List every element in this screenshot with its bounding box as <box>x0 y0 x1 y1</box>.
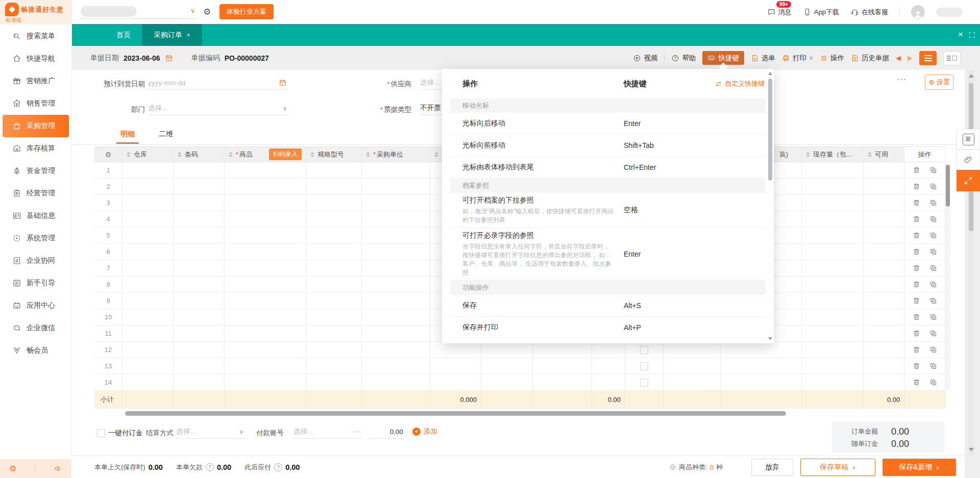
copy-add-row-icon[interactable] <box>929 346 937 354</box>
dept-select[interactable]: 选择... ∨ <box>148 102 288 115</box>
sidebar-item-13[interactable]: 应用中心 <box>0 294 71 317</box>
cell[interactable] <box>306 228 362 244</box>
delete-row-icon[interactable] <box>913 297 920 305</box>
cell[interactable] <box>122 293 174 309</box>
cell[interactable] <box>225 293 306 309</box>
video-button[interactable]: 视频 <box>633 54 657 63</box>
delete-row-icon[interactable] <box>913 232 920 239</box>
cell[interactable] <box>225 179 306 195</box>
cell[interactable] <box>362 211 430 228</box>
cell[interactable]: 4 <box>94 211 122 228</box>
copy-add-row-icon[interactable] <box>929 183 937 190</box>
cell[interactable] <box>625 342 664 358</box>
sidebar-item-5[interactable]: 采购管理 <box>3 115 69 137</box>
doc-date-value[interactable]: 2023-06-06 <box>124 54 160 62</box>
history-button[interactable]: 历史单据 <box>851 54 889 63</box>
avatar[interactable] <box>911 5 925 19</box>
cell[interactable] <box>802 374 864 391</box>
col-header-4[interactable]: *商品扫码录入 <box>225 147 306 162</box>
question-icon[interactable]: ? <box>274 463 282 471</box>
cell[interactable] <box>664 342 721 358</box>
sidebar-item-1[interactable]: 搜索菜单 <box>0 25 71 47</box>
attachment-button[interactable] <box>957 149 980 170</box>
cell[interactable] <box>864 342 904 358</box>
cell[interactable] <box>174 293 225 309</box>
copy-add-row-icon[interactable] <box>929 281 937 288</box>
delete-row-icon[interactable] <box>913 379 920 386</box>
cell[interactable] <box>592 374 625 391</box>
one-click-deposit-checkbox[interactable] <box>97 429 105 437</box>
cell[interactable] <box>225 276 306 293</box>
settings-button[interactable]: ⚙ 设置 <box>925 74 953 90</box>
cell[interactable] <box>225 358 306 374</box>
list-view-toggle[interactable] <box>919 51 937 65</box>
copy-add-row-icon[interactable] <box>929 215 937 223</box>
cell[interactable] <box>904 325 945 342</box>
scroll-down-arrow[interactable] <box>969 448 974 451</box>
cell[interactable] <box>430 342 481 358</box>
cell[interactable] <box>864 260 904 276</box>
scrollbar-thumb[interactable] <box>125 411 786 416</box>
cell[interactable] <box>802 179 864 195</box>
cell[interactable] <box>904 293 945 309</box>
online-support-button[interactable]: 在线客服 <box>850 8 888 17</box>
delete-row-icon[interactable] <box>913 281 920 288</box>
cell[interactable] <box>122 195 174 211</box>
cell[interactable]: 10 <box>94 309 122 325</box>
cell[interactable] <box>864 358 904 374</box>
table-row-13[interactable]: 13 <box>94 358 945 374</box>
global-search-input[interactable]: ∨ <box>80 5 197 19</box>
page-scrollbar[interactable] <box>968 70 974 456</box>
sidebar-item-8[interactable]: 经营管理 <box>0 182 71 205</box>
deposit-amount-input[interactable]: 0.00 <box>369 425 403 439</box>
cell[interactable] <box>362 293 430 309</box>
cell[interactable] <box>721 358 802 374</box>
cell[interactable] <box>122 325 174 342</box>
row-checkbox[interactable] <box>640 379 648 387</box>
sidebar-item-9[interactable]: 基础信息 <box>0 205 71 227</box>
cell[interactable]: 9 <box>94 293 122 309</box>
fullscreen-icon[interactable] <box>968 31 976 39</box>
cell[interactable] <box>306 325 362 342</box>
close-tab-icon[interactable]: × <box>186 31 190 39</box>
scroll-down-arrow[interactable] <box>768 337 772 340</box>
cell[interactable] <box>225 244 306 260</box>
cell[interactable] <box>721 342 802 358</box>
copy-add-row-icon[interactable] <box>929 362 937 370</box>
cell[interactable] <box>225 260 306 276</box>
cell[interactable] <box>864 293 904 309</box>
tab-2d[interactable]: 二维 <box>159 130 173 139</box>
draft-list-button[interactable]: 草 <box>957 129 980 149</box>
delete-row-icon[interactable] <box>913 264 920 272</box>
cell[interactable] <box>864 228 904 244</box>
cell[interactable] <box>225 228 306 244</box>
sidebar-item-3[interactable]: 营销推广 <box>0 70 71 92</box>
cell[interactable] <box>802 325 864 342</box>
cell[interactable] <box>864 374 904 391</box>
cell[interactable] <box>174 244 225 260</box>
shortcut-keys-button[interactable]: 快捷键 <box>702 51 744 65</box>
cell[interactable] <box>174 342 225 358</box>
sort-icon[interactable] <box>310 152 314 157</box>
cell[interactable] <box>362 244 430 260</box>
delete-row-icon[interactable] <box>913 166 920 174</box>
calendar-icon[interactable] <box>165 54 173 62</box>
cell[interactable] <box>174 260 225 276</box>
cell[interactable] <box>122 276 174 293</box>
cell[interactable] <box>864 276 904 293</box>
copy-add-row-icon[interactable] <box>929 297 937 305</box>
cell[interactable] <box>122 228 174 244</box>
cell[interactable] <box>864 244 904 260</box>
scan-entry-button[interactable]: 扫码录入 <box>269 148 302 160</box>
chevron-down-icon[interactable]: ∨ <box>190 7 195 14</box>
row-checkbox[interactable] <box>640 362 648 370</box>
cell[interactable] <box>174 211 225 228</box>
cell[interactable] <box>225 374 306 391</box>
delete-row-icon[interactable] <box>913 248 920 256</box>
cell[interactable] <box>306 342 362 358</box>
col-header-2[interactable]: 仓库 <box>122 147 174 162</box>
cell[interactable]: 11 <box>94 325 122 342</box>
cell[interactable] <box>306 244 362 260</box>
cell[interactable]: 7 <box>94 260 122 276</box>
cell[interactable] <box>533 342 592 358</box>
